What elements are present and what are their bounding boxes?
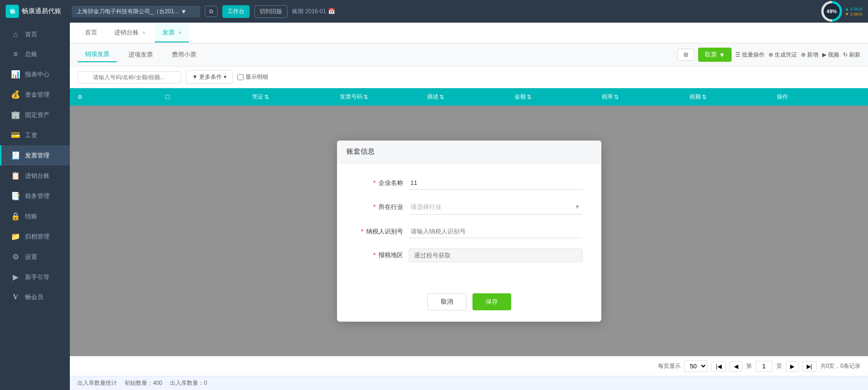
col-invoice-no[interactable]: 发票号码 ⇅ (340, 93, 423, 101)
sidebar-item-member[interactable]: V 畅会员 (0, 287, 70, 307)
sidebar-item-ledger[interactable]: ≡ 总账 (0, 44, 70, 64)
sidebar-label-asset: 固定资产 (25, 111, 50, 119)
col-check[interactable]: ☐ (165, 94, 248, 100)
sidebar-item-guide[interactable]: ▶ 新手引导 (0, 267, 70, 287)
add-icon: ⊕ (801, 51, 806, 58)
tab-purchase-close[interactable]: × (143, 30, 145, 35)
tax-region-label: * 报税地区 (356, 251, 403, 259)
refresh-btn[interactable]: ↻ 刷新 (843, 51, 860, 59)
tax-id-label: * 纳税人识别号 (356, 227, 403, 236)
batch-op-btn[interactable]: ☰ 批量操作 (735, 51, 765, 59)
account-info-dialog: 账套信息 * 企业名称 (337, 141, 601, 322)
member-icon: V (11, 293, 20, 301)
period-info: 账期 2016-01 📅 (292, 8, 335, 16)
search-wrap: 🔍 (77, 71, 181, 83)
table-header: ⚙ ☐ 凭证 ⇅ 发票号码 ⇅ 摘述 ⇅ 金额 ⇅ 税率 ⇅ 税额 ⇅ 操作 (70, 88, 868, 106)
grid-view-btn[interactable]: ⊞ (677, 49, 694, 61)
dialog-footer: 取消 保存 (337, 286, 601, 322)
voucher-icon: ⊕ (768, 51, 773, 58)
first-page-btn[interactable]: |◀ (711, 361, 725, 372)
switch-old-btn[interactable]: 切到旧版 (254, 5, 287, 18)
sidebar-label-home: 首页 (25, 30, 37, 39)
tab-invoice[interactable]: 发票 × (155, 24, 189, 42)
gen-voucher-btn[interactable]: ⊕ 生成凭证 (768, 51, 797, 59)
page-label: 第 (746, 362, 752, 370)
copy-btn[interactable]: ⧉ (205, 6, 218, 17)
sidebar-item-fund[interactable]: 💰 资金管理 (0, 84, 70, 105)
sidebar-item-tax[interactable]: 📑 税务管理 (0, 186, 70, 206)
sidebar-label-close: 结账 (25, 212, 37, 221)
sidebar-item-purchase[interactable]: 📋 进销台账 (0, 166, 70, 186)
percent-value: 49% (824, 3, 840, 19)
page-unit: 页 (776, 362, 782, 370)
filter-icon: ▼ (192, 74, 198, 80)
sub-header: 销项发票 进项发票 费用小票 ⊞ 取票 ▼ ☰ 批量操作 (70, 43, 868, 66)
col-tax-rate[interactable]: 税率 ⇅ (602, 93, 685, 101)
sub-tab-sales[interactable]: 销项发票 (77, 47, 117, 62)
per-page-select[interactable]: 50 (684, 360, 708, 372)
show-detail-checkbox[interactable] (237, 74, 244, 80)
sidebar-item-archive[interactable]: 📁 归档管理 (0, 226, 70, 247)
main-layout: ⌂ 首页 ≡ 总账 📊 报表中心 💰 资金管理 🏢 固定资产 💳 工资 🧾 发票… (0, 23, 868, 390)
tax-id-input[interactable] (409, 225, 582, 238)
tab-invoice-close[interactable]: × (178, 30, 181, 35)
col-voucher[interactable]: 凭证 ⇅ (252, 93, 336, 101)
period-label: 账期 (292, 8, 303, 16)
speed-stats: ▲ 8.5K/s ▼ 2.6K/s (845, 7, 862, 17)
cancel-button[interactable]: 取消 (427, 293, 467, 310)
sidebar-label-purchase: 进销台账 (25, 172, 50, 180)
company-name-label: 上海卯金刀电子科技有限公司_（台201... (76, 8, 179, 16)
more-filter-btn[interactable]: ▼ 更多条件 ▾ (186, 70, 233, 84)
period-value: 2016-01 (305, 8, 326, 15)
industry-select[interactable]: 请选择行业 ▼ (409, 200, 582, 215)
ticket-dropdown-icon: ▼ (719, 51, 725, 58)
tab-bar: 首页 进销台账 × 发票 × (70, 23, 868, 43)
add-new-btn[interactable]: ⊕ 新增 (801, 51, 818, 59)
company-selector[interactable]: 上海卯金刀电子科技有限公司_（台201... ▼ (72, 6, 200, 17)
last-page-btn[interactable]: ▶| (802, 361, 817, 372)
dialog-body: * 企业名称 * 所在行业 请选择行业 (337, 163, 601, 286)
settings-icon: ⚙ (11, 252, 20, 261)
sidebar-label-report: 报表中心 (25, 70, 50, 79)
top-bar-right: 49% ▲ 8.5K/s ▼ 2.6K/s (821, 1, 862, 22)
ticket-btn[interactable]: 取票 ▼ (698, 48, 732, 62)
sidebar: ⌂ 首页 ≡ 总账 📊 报表中心 💰 资金管理 🏢 固定资产 💳 工资 🧾 发票… (0, 23, 70, 390)
video-icon: ▶ (822, 51, 826, 58)
tab-home[interactable]: 首页 (77, 24, 105, 42)
sidebar-item-invoice[interactable]: 🧾 发票管理 (0, 145, 70, 166)
sidebar-item-settings[interactable]: ⚙ 设置 (0, 247, 70, 267)
sub-tab-purchase[interactable]: 进项发票 (121, 48, 160, 62)
sidebar-label-invoice: 发票管理 (25, 151, 50, 160)
fund-icon: 💰 (11, 90, 20, 99)
sub-tab-expense[interactable]: 费用小票 (164, 48, 204, 62)
main-content: 账套信息 * 企业名称 (70, 106, 868, 356)
sidebar-item-close[interactable]: 🔒 结账 (0, 206, 70, 226)
col-tax[interactable]: 税额 ⇅ (690, 93, 773, 101)
col-detail[interactable]: 摘述 ⇅ (427, 93, 511, 101)
speed-down: ▼ 2.6K/s (845, 12, 862, 17)
sidebar-label-tax: 税务管理 (25, 192, 50, 200)
calendar-icon[interactable]: 📅 (328, 8, 335, 15)
form-row-company: * 企业名称 (356, 176, 582, 190)
prev-page-btn[interactable]: ◀ (730, 361, 742, 372)
company-name-input[interactable] (409, 176, 582, 190)
footer: 每页显示 50 |◀ ◀ 第 页 ▶ ▶| 共0页，0条记录 (70, 356, 868, 376)
col-amount[interactable]: 金额 ⇅ (514, 93, 598, 101)
page-input[interactable] (756, 361, 773, 372)
sidebar-label-ledger: 总账 (25, 50, 37, 58)
sidebar-item-payroll[interactable]: 💳 工资 (0, 125, 70, 145)
sidebar-item-report[interactable]: 📊 报表中心 (0, 64, 70, 84)
video-btn[interactable]: ▶ 视频 (822, 51, 839, 59)
col-settings[interactable]: ⚙ (77, 94, 161, 100)
sidebar-item-asset[interactable]: 🏢 固定资产 (0, 105, 70, 125)
sidebar-label-fund: 资金管理 (25, 91, 50, 99)
next-page-btn[interactable]: ▶ (786, 361, 799, 372)
archive-icon: 📁 (11, 232, 20, 241)
sidebar-item-home[interactable]: ⌂ 首页 (0, 25, 70, 44)
save-button[interactable]: 保存 (472, 293, 511, 310)
industry-chevron-icon: ▼ (574, 203, 581, 210)
workbench-btn[interactable]: 工作台 (222, 5, 250, 18)
search-input[interactable] (77, 71, 181, 83)
company-name-label: * 企业名称 (356, 179, 403, 187)
tab-purchase[interactable]: 进销台账 × (107, 24, 153, 42)
